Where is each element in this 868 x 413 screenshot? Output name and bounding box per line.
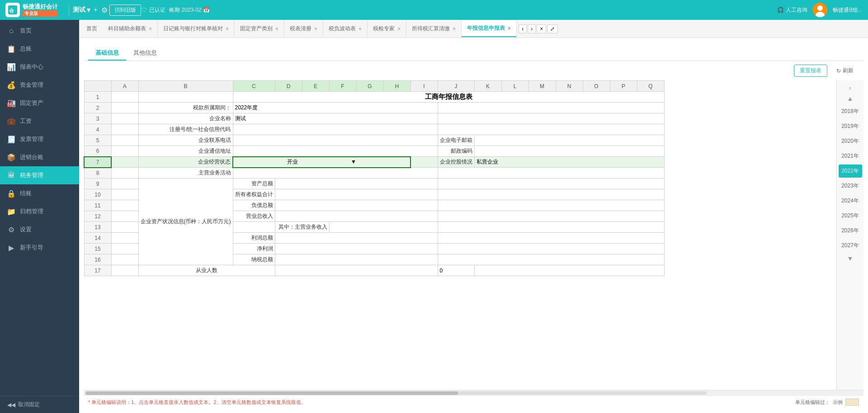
col-header-l[interactable]: L	[501, 81, 528, 92]
cell-7-b[interactable]: 企业经营状态	[138, 157, 233, 168]
col-header-c[interactable]: C	[233, 81, 275, 92]
cell-14-j[interactable]	[438, 233, 664, 244]
sidebar-collapse-btn[interactable]: ◀◀ 取消固定	[0, 396, 79, 413]
cell-13-f[interactable]	[329, 222, 438, 233]
reset-report-btn[interactable]: 重置报表	[794, 65, 827, 77]
tab-next-btn[interactable]: ›	[528, 24, 536, 33]
tab-expand-btn[interactable]: ⤢	[547, 24, 558, 33]
col-header-g[interactable]: G	[356, 81, 383, 92]
horizontal-scrollbar[interactable]	[84, 390, 863, 395]
tab-fixed-assets-type[interactable]: 固定资产类别 ×	[235, 21, 284, 37]
cell-9-b-merged[interactable]: 企业资产状况信息(币种：人民币万元)	[138, 178, 233, 265]
tab-fixed-assets-type-close[interactable]: ×	[275, 26, 278, 32]
cell-15-j[interactable]	[438, 244, 664, 254]
cell-2-a[interactable]	[111, 103, 138, 113]
cell-16-j[interactable]	[438, 254, 664, 265]
col-header-o[interactable]: O	[583, 81, 610, 92]
year-item-2019[interactable]: 2019年	[839, 120, 862, 133]
cell-3-j[interactable]	[438, 113, 664, 124]
cell-3-c[interactable]: 测试	[233, 113, 438, 124]
sidebar-item-close[interactable]: 🔒 结账	[0, 184, 79, 202]
cell-14-d[interactable]	[275, 233, 438, 244]
tab-income-tax[interactable]: 所得税汇算清缴 ×	[406, 21, 462, 37]
tab-tax-fluctuation-close[interactable]: ×	[359, 26, 362, 32]
sidebar-item-tax[interactable]: 🏛 税务管理	[0, 166, 79, 184]
cell-16-a[interactable]	[111, 254, 138, 265]
col-header-b[interactable]: B	[138, 81, 233, 92]
cell-17-d[interactable]	[275, 265, 438, 276]
cell-9-c[interactable]: 资产总额	[233, 178, 275, 189]
cell-7-k[interactable]: 私营企业	[474, 157, 664, 168]
cell-1-title[interactable]: 工商年报信息表	[233, 92, 664, 103]
cell-9-a[interactable]	[111, 178, 138, 189]
year-item-2023[interactable]: 2023年	[839, 179, 862, 192]
sidebar-item-fixed-assets[interactable]: 🏭 固定资产	[0, 94, 79, 112]
tab-close-all-btn[interactable]: ×	[537, 24, 546, 33]
cell-8-a[interactable]	[111, 168, 138, 178]
col-header-m[interactable]: M	[528, 81, 556, 92]
inner-tab-basic[interactable]: 基础信息	[88, 46, 126, 61]
tab-aux-balance[interactable]: 科目辅助余额表 ×	[103, 21, 158, 37]
cell-12-j[interactable]	[438, 211, 664, 222]
cell-15-c[interactable]: 净利润	[233, 244, 275, 254]
year-item-2027[interactable]: 2027年	[839, 239, 862, 252]
tab-tax-expert-close[interactable]: ×	[397, 26, 401, 32]
year-down-btn[interactable]: ▼	[845, 253, 855, 264]
cell-3-a[interactable]	[111, 113, 138, 124]
cell-8-j[interactable]	[438, 168, 664, 178]
cell-14-a[interactable]	[111, 233, 138, 244]
cell-13-j[interactable]	[438, 222, 664, 233]
cell-6-a[interactable]	[111, 146, 138, 157]
cell-6-j[interactable]: 邮政编码	[438, 146, 474, 157]
year-item-2025[interactable]: 2025年	[839, 209, 862, 222]
cell-5-k[interactable]	[474, 135, 664, 146]
cell-11-a[interactable]	[111, 200, 138, 211]
cell-5-j[interactable]: 企业电子邮箱	[438, 135, 474, 146]
sidebar-item-salary[interactable]: 💼 工资	[0, 112, 79, 130]
col-header-q[interactable]: Q	[637, 81, 664, 92]
sidebar-item-ledger[interactable]: 📋 总账	[0, 40, 79, 58]
cell-13-d[interactable]: 其中：主营业务收入	[275, 222, 329, 233]
year-item-2020[interactable]: 2020年	[839, 135, 862, 148]
year-item-2021[interactable]: 2021年	[839, 150, 862, 163]
cell-10-a[interactable]	[111, 189, 138, 200]
col-header-d[interactable]: D	[275, 81, 302, 92]
cell-6-c[interactable]	[233, 146, 438, 157]
cell-4-c[interactable]	[233, 124, 438, 135]
sidebar-expand-btn[interactable]: ›	[847, 82, 853, 93]
sidebar-item-fund[interactable]: 💰 资金管理	[0, 76, 79, 94]
sidebar-item-purchase-sale[interactable]: 📦 进销台账	[0, 148, 79, 166]
col-header-h[interactable]: H	[383, 81, 410, 92]
tab-tax-form[interactable]: 税表清册 ×	[284, 21, 323, 37]
year-item-2024[interactable]: 2024年	[839, 194, 862, 207]
spreadsheet-main[interactable]: A B C D E F G H I J	[84, 80, 836, 390]
cell-16-d[interactable]	[275, 254, 438, 265]
tab-journal-bank[interactable]: 日记账与银行对账单核对 ×	[158, 21, 235, 37]
tab-prev-btn[interactable]: ‹	[519, 24, 527, 33]
tab-tax-form-close[interactable]: ×	[314, 26, 317, 32]
cell-4-a[interactable]	[111, 124, 138, 135]
year-item-2018[interactable]: 2018年	[839, 105, 862, 118]
tab-home[interactable]: 首页	[81, 21, 103, 37]
col-header-f[interactable]: F	[329, 81, 356, 92]
year-up-btn[interactable]: ▲	[845, 93, 855, 104]
cell-13-c[interactable]	[233, 222, 275, 233]
cell-8-c[interactable]	[233, 168, 438, 178]
refresh-btn[interactable]: ↻ 刷新	[831, 65, 859, 77]
cell-7-j[interactable]: 企业控股情况	[438, 157, 474, 168]
cell-4-b[interactable]: 注册号/统一社会信用代码	[138, 124, 233, 135]
cell-2-j[interactable]	[438, 103, 664, 113]
cell-5-b[interactable]: 企业联系电话	[138, 135, 233, 146]
tab-annual-report[interactable]: 年报信息申报表 ×	[462, 21, 517, 37]
cell-7-a[interactable]	[111, 157, 138, 168]
sidebar-item-invoice[interactable]: 🧾 发票管理	[0, 130, 79, 148]
cell-11-d[interactable]	[275, 200, 438, 211]
cell-5-a[interactable]	[111, 135, 138, 146]
tab-income-tax-close[interactable]: ×	[453, 26, 456, 32]
tab-tax-expert[interactable]: 税检专家 ×	[368, 21, 406, 37]
cell-16-c[interactable]: 纳税总额	[233, 254, 275, 265]
col-header-p[interactable]: P	[610, 81, 637, 92]
cell-14-c[interactable]: 利润总额	[233, 233, 275, 244]
cell-17-j[interactable]: 0	[438, 265, 474, 276]
cell-3-b[interactable]: 企业名称	[138, 113, 233, 124]
